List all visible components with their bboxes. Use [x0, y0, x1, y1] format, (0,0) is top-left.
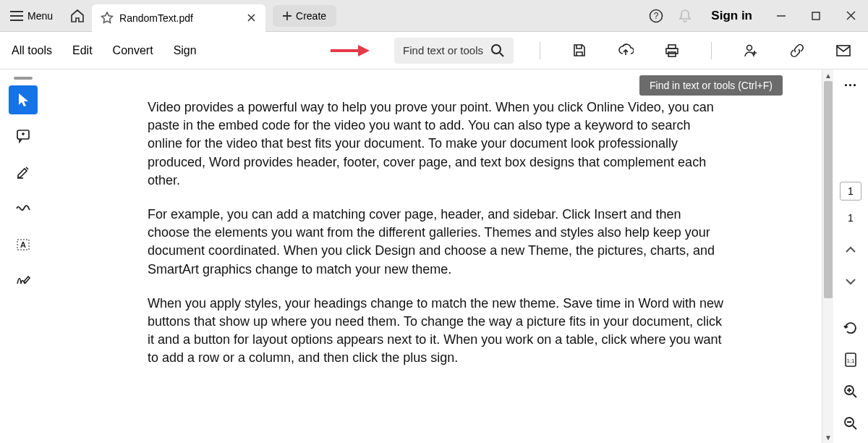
scroll-down-arrow[interactable]: ▼	[822, 431, 834, 443]
svg-text:A: A	[20, 240, 26, 249]
menu-sign[interactable]: Sign	[174, 44, 197, 57]
page-up-button[interactable]	[839, 238, 862, 261]
document-content: Video provides a powerful way to help yo…	[148, 98, 726, 367]
tab-title: RandomText.pdf	[119, 12, 238, 24]
page-down-button[interactable]	[839, 270, 862, 293]
cursor-icon	[16, 92, 30, 108]
menu-convert[interactable]: Convert	[113, 44, 153, 57]
textbox-icon: A	[16, 237, 30, 252]
zoom-in-icon	[843, 384, 858, 399]
email-icon	[836, 45, 851, 56]
svg-text:1:1: 1:1	[846, 358, 855, 364]
print-button[interactable]	[659, 43, 685, 58]
paragraph: When you apply styles, your headings cha…	[148, 295, 726, 368]
document-view[interactable]: Find in text or tools (Ctrl+F) Video pro…	[46, 69, 822, 443]
menu-all-tools[interactable]: All tools	[12, 44, 52, 57]
paragraph: Video provides a powerful way to help yo…	[148, 98, 726, 190]
cloud-upload-icon	[618, 43, 634, 58]
menu-label: Menu	[27, 10, 53, 22]
save-button[interactable]	[566, 43, 592, 58]
menubar: All tools Edit Convert Sign Find text or…	[0, 32, 868, 69]
find-tooltip: Find in text or tools (Ctrl+F)	[639, 75, 783, 96]
vertical-scrollbar[interactable]: ▲ ▼	[822, 69, 833, 443]
rotate-button[interactable]	[839, 316, 862, 339]
zoom-out-icon	[843, 416, 858, 431]
content-area: A Find in text or tools (Ctrl+F) Video p…	[0, 69, 868, 443]
email-button[interactable]	[830, 45, 856, 56]
close-icon	[247, 14, 255, 22]
print-icon	[665, 43, 679, 58]
highlight-tool[interactable]	[9, 158, 38, 187]
draw-icon	[15, 203, 31, 214]
tutorial-arrow	[331, 44, 370, 57]
svg-rect-2	[812, 12, 820, 20]
textbox-tool[interactable]: A	[9, 230, 38, 259]
more-options-button[interactable]: ···	[844, 78, 857, 93]
page-total: 1	[848, 212, 854, 224]
rotate-icon	[843, 321, 858, 335]
page-current-input[interactable]: 1	[840, 182, 861, 201]
main-menu-button[interactable]: Menu	[0, 0, 63, 31]
star-icon	[101, 12, 114, 25]
svg-rect-6	[668, 52, 676, 56]
zoom-in-button[interactable]	[839, 380, 862, 403]
maximize-button[interactable]	[799, 0, 833, 31]
highlight-icon	[16, 165, 30, 180]
home-button[interactable]	[63, 0, 92, 31]
maximize-icon	[812, 12, 820, 20]
create-label: Create	[296, 10, 326, 22]
scroll-up-arrow[interactable]: ▲	[822, 69, 834, 81]
sign-tool[interactable]	[9, 266, 38, 295]
help-button[interactable]: ?	[642, 0, 671, 31]
find-text-button[interactable]: Find text or tools	[394, 38, 514, 64]
help-icon: ?	[649, 9, 663, 23]
signin-button[interactable]: Sign in	[699, 9, 764, 23]
chevron-down-icon	[846, 278, 856, 285]
left-toolbar: A	[0, 69, 46, 443]
svg-text:?: ?	[654, 11, 659, 21]
hamburger-icon	[10, 11, 23, 21]
close-icon	[846, 11, 856, 20]
zoom-out-button[interactable]	[839, 412, 862, 435]
home-icon	[70, 9, 85, 22]
tab-close-button[interactable]	[244, 11, 258, 25]
toolbar-handle[interactable]	[14, 77, 33, 80]
search-placeholder: Find text or tools	[403, 44, 483, 56]
share-add-icon	[744, 43, 758, 58]
plus-icon	[283, 12, 292, 20]
sign-icon	[15, 274, 31, 288]
scroll-thumb[interactable]	[824, 81, 833, 298]
menu-edit[interactable]: Edit	[72, 44, 93, 57]
right-panel: ··· 1 1 1:1	[833, 69, 868, 443]
create-button[interactable]: Create	[273, 5, 336, 27]
minimize-button[interactable]	[764, 0, 799, 31]
save-icon	[572, 43, 587, 58]
close-window-button[interactable]	[833, 0, 868, 31]
notifications-button[interactable]	[671, 0, 699, 31]
document-tab[interactable]: RandomText.pdf	[92, 4, 265, 32]
minimize-icon	[776, 11, 786, 21]
cloud-upload-button[interactable]	[613, 43, 639, 58]
chevron-up-icon	[846, 246, 856, 253]
svg-point-3	[492, 45, 501, 54]
fit-page-icon: 1:1	[844, 353, 857, 367]
share-button[interactable]	[738, 43, 764, 58]
titlebar: Menu RandomText.pdf Create ? Sign in	[0, 0, 868, 32]
comment-icon	[16, 129, 30, 143]
fit-page-button[interactable]: 1:1	[839, 348, 862, 371]
search-icon	[490, 43, 505, 58]
link-icon	[790, 43, 804, 58]
paragraph: For example, you can add a matching cove…	[148, 206, 726, 279]
select-tool[interactable]	[9, 85, 38, 114]
draw-tool[interactable]	[9, 194, 38, 223]
comment-tool[interactable]	[9, 122, 38, 151]
svg-point-7	[747, 45, 752, 50]
bell-icon	[678, 9, 692, 23]
link-button[interactable]	[784, 43, 810, 58]
titlebar-right: ? Sign in	[642, 0, 868, 31]
